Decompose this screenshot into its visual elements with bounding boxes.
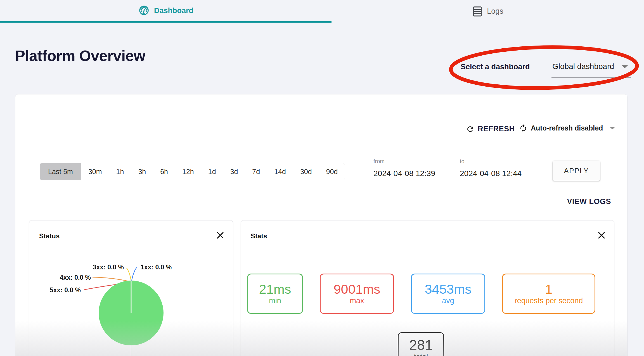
gauge-icon bbox=[138, 5, 150, 16]
auto-refresh-select[interactable]: Auto-refresh disabled bbox=[519, 124, 617, 137]
total-label: total bbox=[414, 353, 428, 356]
time-range-button[interactable]: 90d bbox=[319, 163, 345, 180]
time-range-button[interactable]: Last 5m bbox=[40, 163, 81, 180]
view-logs-link[interactable]: VIEW LOGS bbox=[567, 197, 611, 206]
pie-label-1xx: 1xx: 0.0 % bbox=[141, 264, 172, 271]
tab-dashboard[interactable]: Dashboard bbox=[0, 0, 332, 23]
from-datetime-field[interactable]: from 2024-04-08 12:39 bbox=[373, 158, 451, 182]
chevron-down-icon bbox=[622, 65, 628, 68]
stats-card: Stats 21msmin9001msmax3453msavg1requests… bbox=[241, 220, 614, 356]
leader-3xx bbox=[127, 268, 131, 281]
stat-box-row: 21msmin9001msmax3453msavg1requests per s… bbox=[247, 274, 595, 314]
from-label: from bbox=[373, 158, 451, 165]
time-range-group: Last 5m30m1h3h6h12h1d3d7d14d30d90d bbox=[40, 163, 345, 180]
pie-label-4xx: 4xx: 0.0 % bbox=[60, 274, 91, 281]
page-title: Platform Overview bbox=[15, 47, 145, 64]
dashboard-panel: REFRESH Auto-refresh disabled Last 5m30m… bbox=[15, 94, 628, 356]
stat-box-total: 281 total bbox=[398, 332, 444, 356]
close-icon[interactable] bbox=[216, 231, 225, 240]
time-range-button[interactable]: 30d bbox=[293, 163, 319, 180]
leader-4xx bbox=[93, 277, 131, 282]
time-range-button[interactable]: 3h bbox=[131, 163, 153, 180]
to-label: to bbox=[460, 158, 537, 165]
status-pie-chart: 3xx: 0.0 % 1xx: 0.0 % 4xx: 0.0 % 5xx: 0.… bbox=[35, 253, 228, 356]
stat-box-avg: 3453msavg bbox=[411, 274, 485, 314]
time-range-button[interactable]: 12h bbox=[175, 163, 201, 180]
to-value: 2024-04-08 12:44 bbox=[460, 169, 537, 178]
stat-box-min: 21msmin bbox=[247, 274, 303, 314]
to-datetime-field[interactable]: to 2024-04-08 12:44 bbox=[460, 158, 537, 182]
time-range-button[interactable]: 6h bbox=[153, 163, 175, 180]
total-value: 281 bbox=[409, 338, 432, 353]
autorenew-icon bbox=[519, 124, 527, 132]
time-range-button[interactable]: 1h bbox=[109, 163, 131, 180]
dashboard-select-label: Select a dashboard bbox=[461, 63, 530, 71]
refresh-label: REFRESH bbox=[478, 125, 515, 133]
close-icon[interactable] bbox=[597, 231, 606, 240]
time-range-button[interactable]: 3d bbox=[223, 163, 245, 180]
refresh-button[interactable]: REFRESH bbox=[466, 125, 515, 133]
stats-card-title: Stats bbox=[251, 232, 267, 240]
time-range-button[interactable]: 14d bbox=[267, 163, 293, 180]
auto-refresh-label: Auto-refresh disabled bbox=[531, 124, 603, 132]
from-value: 2024-04-08 12:39 bbox=[373, 169, 451, 178]
apply-button[interactable]: APPLY bbox=[553, 161, 600, 181]
time-range-button[interactable]: 1d bbox=[201, 163, 223, 180]
pie-label-3xx: 3xx: 0.0 % bbox=[93, 264, 124, 271]
dashboard-select[interactable]: Global dashboard bbox=[551, 60, 631, 78]
pie-label-5xx: 5xx: 0.0 % bbox=[50, 286, 81, 294]
time-range-button[interactable]: 30m bbox=[81, 163, 109, 180]
stat-box-requests-per-second: 1requests per second bbox=[502, 274, 595, 314]
refresh-icon bbox=[466, 125, 474, 133]
tab-logs[interactable]: Logs bbox=[332, 0, 644, 23]
chevron-down-icon bbox=[610, 127, 615, 129]
stat-box-max: 9001msmax bbox=[320, 274, 394, 314]
tab-dashboard-label: Dashboard bbox=[154, 6, 193, 15]
leader-1xx bbox=[132, 267, 137, 281]
dashboard-select-value: Global dashboard bbox=[552, 62, 614, 71]
time-range-button[interactable]: 7d bbox=[245, 163, 267, 180]
logs-icon bbox=[472, 6, 483, 17]
status-card: Status 3xx: 0.0 % 1xx: 0.0 % 4xx: 0 bbox=[29, 220, 233, 356]
app-viewport: Dashboard Logs Platform Overview Select … bbox=[0, 0, 644, 356]
tab-logs-label: Logs bbox=[487, 7, 503, 16]
status-card-title: Status bbox=[39, 232, 60, 240]
